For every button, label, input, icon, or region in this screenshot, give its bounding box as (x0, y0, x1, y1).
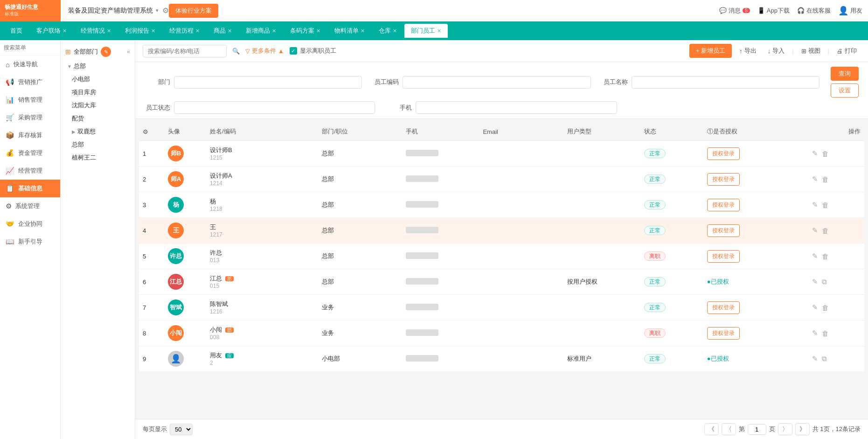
app-download-btn[interactable]: 📱 App下载 (757, 7, 790, 15)
tab-new-product[interactable]: 新增商品✕ (239, 24, 283, 38)
tab-barcode[interactable]: 条码方案✕ (284, 24, 327, 38)
sidebar-item-navigate[interactable]: ⌂ 快速导航 (0, 56, 60, 73)
dept-node-main[interactable]: ▼ 总部 (61, 60, 135, 73)
sidebar-item-cooperation[interactable]: 🤝 企业协同 (0, 215, 60, 233)
user-avatar[interactable]: 👤 用友 (838, 6, 862, 16)
edit-icon[interactable]: ✎ (812, 201, 818, 209)
tab-close-icon[interactable]: ✕ (62, 28, 67, 34)
last-page-btn[interactable]: 》 (795, 423, 810, 435)
tab-close-icon[interactable]: ✕ (316, 28, 320, 34)
sidebar-item-finance[interactable]: 💰 资金管理 (0, 144, 60, 162)
dept-edit-btn[interactable]: ✎ (101, 47, 111, 57)
sidebar-item-sales[interactable]: 📊 销售管理 (0, 91, 60, 109)
col-dept[interactable]: 部门/职位 (318, 123, 402, 141)
edit-icon[interactable]: ✎ (812, 303, 818, 312)
auth-button[interactable]: 授权登录 (707, 199, 740, 211)
delete-icon[interactable]: 🗑 (822, 304, 829, 312)
auth-button[interactable]: 授权登录 (707, 301, 740, 314)
filter-search-icon[interactable]: 🔍 (232, 48, 240, 55)
page-number-input[interactable] (748, 424, 766, 435)
next-page-btn[interactable]: 〉 (778, 423, 792, 435)
sidebar-search[interactable]: 🔍 (0, 40, 60, 56)
tab-close-icon[interactable]: ✕ (437, 28, 441, 34)
delete-icon[interactable]: 🗑 (822, 175, 829, 183)
tab-product[interactable]: 商品✕ (207, 24, 238, 38)
tab-close-icon[interactable]: ✕ (107, 28, 111, 34)
tab-close-icon[interactable]: ✕ (228, 28, 232, 34)
query-button[interactable]: 查询 (831, 67, 859, 81)
view-btn[interactable]: ⊞ 视图 (798, 44, 824, 57)
export-btn[interactable]: ↑ 导出 (736, 44, 760, 57)
dept-node-distribution[interactable]: 配货 (61, 112, 135, 125)
tab-department[interactable]: 部门员工✕ (404, 24, 448, 38)
dept-node-shenyang[interactable]: 沈阳大库 (61, 99, 135, 112)
tab-close-icon[interactable]: ✕ (151, 28, 155, 34)
sidebar-search-input[interactable] (4, 44, 61, 51)
col-phone[interactable]: 手机 (402, 123, 479, 141)
phone-input[interactable] (416, 101, 617, 114)
delete-icon[interactable]: 🗑 (822, 329, 829, 337)
add-employee-button[interactable]: + 新增员工 (689, 44, 732, 58)
delete-icon[interactable]: 🗑 (822, 227, 829, 235)
auth-button[interactable]: 授权登录 (707, 147, 740, 160)
more-filter-btn[interactable]: ▽ 更多条件 ▲ (245, 47, 284, 55)
prev-page-btn[interactable]: 〈 (722, 423, 736, 435)
settings-icon[interactable]: ⚙ (162, 6, 169, 15)
search-input[interactable] (143, 45, 227, 57)
dept-node-plantking[interactable]: 植树王二 (61, 151, 135, 164)
import-btn[interactable]: ↓ 导入 (764, 44, 789, 57)
tab-operation[interactable]: 经营情况✕ (74, 24, 118, 38)
auth-button[interactable]: 授权登录 (707, 224, 740, 237)
col-settings[interactable]: ⚙ (139, 123, 164, 141)
copy-icon[interactable]: ⧉ (822, 355, 827, 363)
first-page-btn[interactable]: 《 (704, 423, 719, 435)
trial-button[interactable]: 体验行业方案 (169, 4, 218, 18)
dept-node-projectroom[interactable]: 项目库房 (61, 86, 135, 99)
tab-customer[interactable]: 客户联络✕ (30, 24, 73, 38)
tab-profit[interactable]: 利润报告✕ (118, 24, 162, 38)
show-resigned-toggle[interactable]: ✓ 显示离职员工 (290, 47, 336, 55)
edit-icon[interactable]: ✎ (812, 226, 818, 235)
dept-select[interactable] (174, 76, 362, 89)
dept-node-shuanglu[interactable]: ▶ 双鹿想 (61, 125, 135, 138)
message-btn[interactable]: 💬 消息 5 (719, 7, 750, 15)
emp-code-input[interactable] (403, 76, 590, 89)
sidebar-item-system[interactable]: ⚙ 系统管理 (0, 197, 60, 215)
copy-icon[interactable]: ⧉ (822, 278, 827, 286)
sidebar-item-guide[interactable]: 📖 新手引导 (0, 233, 60, 251)
edit-icon[interactable]: ✎ (812, 149, 818, 158)
dept-node-zongbu[interactable]: 总部 (61, 138, 135, 151)
col-name[interactable]: 姓名/编码 (206, 123, 318, 141)
auth-button[interactable]: 授权登录 (707, 327, 740, 340)
dept-collapse-btn[interactable]: « (127, 49, 130, 55)
system-title-dropdown[interactable]: ▾ (156, 7, 159, 14)
sidebar-item-marketing[interactable]: 📢 营销推广 (0, 73, 60, 91)
delete-icon[interactable]: 🗑 (822, 252, 829, 260)
tab-bom[interactable]: 物料清单✕ (328, 24, 371, 38)
reset-button[interactable]: 设置 (831, 84, 859, 98)
edit-icon[interactable]: ✎ (812, 252, 818, 260)
delete-icon[interactable]: 🗑 (822, 150, 829, 158)
edit-icon[interactable]: ✎ (812, 175, 818, 183)
sidebar-item-purchase[interactable]: 🛒 采购管理 (0, 109, 60, 126)
print-btn[interactable]: 🖨 打印 (833, 44, 861, 57)
edit-icon[interactable]: ✎ (812, 355, 818, 363)
dept-node-smallelec[interactable]: 小电部 (61, 73, 135, 86)
sidebar-item-inventory[interactable]: 📦 库存核算 (0, 126, 60, 144)
emp-status-select[interactable] (174, 101, 375, 114)
auth-button[interactable]: 授权登录 (707, 250, 740, 263)
edit-icon[interactable]: ✎ (812, 329, 818, 337)
emp-name-input[interactable] (632, 76, 819, 89)
auth-button[interactable]: 授权登录 (707, 173, 740, 186)
delete-icon[interactable]: 🗑 (822, 201, 829, 209)
tab-warehouse[interactable]: 仓库✕ (372, 24, 403, 38)
sidebar-item-basic[interactable]: 📋 基础信息 (0, 180, 60, 197)
tab-close-icon[interactable]: ✕ (393, 28, 397, 34)
online-service-btn[interactable]: 🎧 在线客服 (797, 7, 831, 15)
tab-home[interactable]: 首页 (4, 24, 29, 38)
tab-close-icon[interactable]: ✕ (361, 28, 365, 34)
tab-close-icon[interactable]: ✕ (195, 28, 200, 34)
edit-icon[interactable]: ✎ (812, 278, 818, 286)
tab-close-icon[interactable]: ✕ (272, 28, 276, 34)
tab-history[interactable]: 经营历程✕ (163, 24, 206, 38)
